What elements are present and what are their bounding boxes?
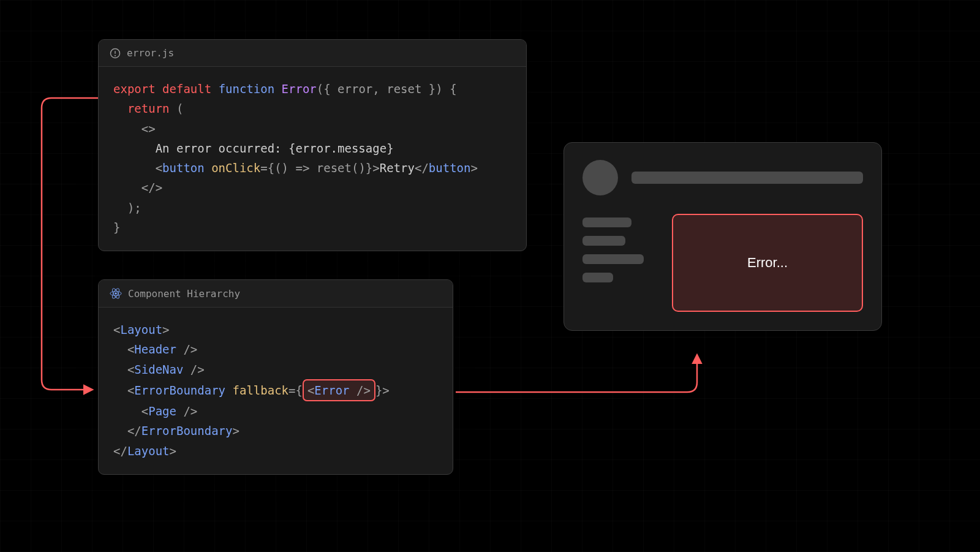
- sc: />: [350, 384, 371, 397]
- tag-page: Page: [148, 404, 176, 418]
- sidebar-item-placeholder: [582, 273, 613, 282]
- btn-attr: onClick: [205, 161, 261, 175]
- tag-layout: Layout: [120, 323, 162, 336]
- kw-function: function: [219, 82, 275, 96]
- arrow-left: [42, 98, 98, 390]
- error-highlight: <Error />: [303, 379, 375, 401]
- fn-params: ({ error, reset }) {: [317, 82, 457, 96]
- mockup-header: [582, 160, 863, 195]
- tag-eb-close: ErrorBoundary: [141, 424, 233, 437]
- alert-circle-icon: [110, 48, 121, 59]
- error-boundary-render: Error...: [672, 214, 863, 312]
- brace-close: }: [113, 221, 120, 234]
- frag-open: <>: [141, 122, 156, 135]
- eq-brace: ={: [288, 384, 303, 397]
- tag-header: Header: [134, 342, 176, 356]
- lt: <: [127, 342, 134, 356]
- code-panel: error.js export default function Error({…: [98, 39, 527, 251]
- tag-error: Error: [314, 384, 349, 397]
- lt-close: </: [127, 424, 141, 437]
- avatar-placeholder: [582, 160, 618, 195]
- hierarchy-panel-header: Component Hierarchy: [99, 280, 453, 308]
- gt: >: [382, 384, 389, 397]
- lt: <: [307, 384, 314, 397]
- btn-tag: button: [162, 161, 205, 175]
- btn-gt: >: [372, 161, 379, 175]
- tag-sidenav: SideNav: [134, 363, 183, 376]
- code-panel-body: export default function Error({ error, r…: [99, 67, 526, 251]
- error-text-line: An error occurred: {error.message}: [156, 142, 394, 155]
- react-icon: [110, 287, 122, 300]
- hierarchy-panel: Component Hierarchy <Layout> <Header /> …: [98, 279, 453, 475]
- code-panel-title: error.js: [127, 47, 174, 59]
- paren-close: );: [127, 201, 141, 214]
- sc: />: [176, 404, 197, 418]
- kw-default: default: [162, 82, 211, 96]
- brace-close: }: [375, 384, 382, 397]
- gt: >: [233, 424, 239, 437]
- kw-export: export: [113, 82, 156, 96]
- fn-name: Error: [282, 82, 317, 96]
- btn-eq: =: [260, 161, 267, 175]
- btn-fn: {() => reset()}: [268, 161, 373, 175]
- title-bar-placeholder: [631, 172, 863, 184]
- gt: >: [162, 323, 169, 336]
- hierarchy-panel-title: Component Hierarchy: [128, 288, 240, 300]
- sidebar-item-placeholder: [582, 254, 644, 264]
- sidebar-item-placeholder: [582, 217, 631, 227]
- tag-layout-close: Layout: [127, 444, 170, 458]
- btn-open-lt: <: [156, 161, 162, 175]
- lt: <: [141, 404, 148, 418]
- frag-close: </>: [141, 181, 162, 194]
- mockup-body: Error...: [582, 214, 863, 312]
- svg-point-2: [115, 55, 116, 56]
- code-panel-header: error.js: [99, 40, 526, 67]
- hierarchy-panel-body: <Layout> <Header /> <SideNav /> <ErrorBo…: [99, 308, 453, 474]
- lt: <: [113, 323, 120, 336]
- sc: />: [183, 363, 204, 376]
- btn-close-tag: button: [429, 161, 471, 175]
- btn-close-gt: >: [470, 161, 477, 175]
- btn-label: Retry: [380, 161, 415, 175]
- lt: <: [127, 363, 134, 376]
- svg-point-3: [115, 292, 117, 295]
- lt: <: [127, 384, 134, 397]
- error-label: Error...: [747, 255, 788, 271]
- lt-close: </: [113, 444, 127, 458]
- attr-fallback: fallback: [225, 384, 288, 397]
- kw-return: return: [127, 102, 170, 115]
- app-mockup: Error...: [564, 142, 882, 331]
- arrow-right: [456, 355, 697, 392]
- tag-eb: ErrorBoundary: [134, 384, 225, 397]
- sc: />: [176, 342, 197, 356]
- mockup-sidebar: [582, 214, 656, 312]
- paren-open: (: [170, 102, 184, 115]
- btn-close-lt: </: [415, 161, 429, 175]
- gt: >: [170, 444, 176, 458]
- sidebar-item-placeholder: [582, 236, 625, 246]
